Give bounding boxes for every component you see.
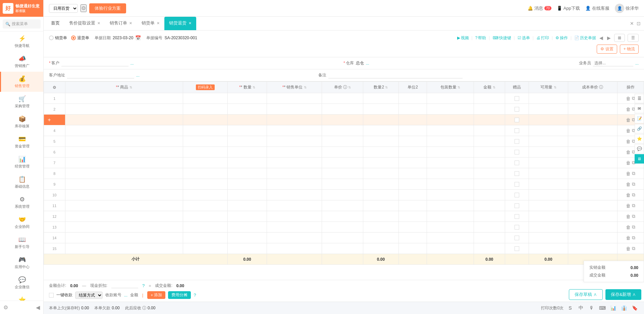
right-panel-btn-2[interactable]: ✉ xyxy=(635,104,644,113)
th-product[interactable]: * 商品 ⇅ xyxy=(65,82,183,93)
settings-bottom-button[interactable]: ⚙ xyxy=(3,304,8,311)
remark-input[interactable] xyxy=(328,72,463,78)
gift-checkbox-8[interactable] xyxy=(515,171,519,176)
tab-home[interactable]: 首页 xyxy=(46,17,64,30)
th-quantity[interactable]: * 数量 ⇅ xyxy=(227,82,267,93)
row-3-gift[interactable] xyxy=(505,115,529,125)
copy-row-11[interactable]: ⧉ xyxy=(632,203,635,208)
row-3-cost-price[interactable] xyxy=(568,115,617,125)
radio-sales-slip[interactable]: 销货单 xyxy=(49,35,67,41)
next-record-button[interactable]: ▶ xyxy=(606,35,611,41)
trial-button[interactable]: 体验行业方案 xyxy=(89,3,126,13)
delete-row-4[interactable]: 🗑 xyxy=(626,128,631,133)
close-window-button[interactable]: ✕ xyxy=(629,20,635,27)
th-qty2[interactable]: 数量2 ⇅ xyxy=(363,82,398,93)
delete-row-8[interactable]: 🗑 xyxy=(626,171,631,176)
save-new-button[interactable]: 保存&新增 ∧ xyxy=(605,289,641,300)
collapse-button[interactable]: ◀ xyxy=(36,304,40,311)
sidebar-item-business[interactable]: 📊 经营管理 xyxy=(0,152,43,172)
address-input[interactable] xyxy=(67,72,134,78)
date-picker-button[interactable]: 📅 xyxy=(135,35,141,41)
action-shortcuts[interactable]: ⌨ 快捷键 xyxy=(493,35,511,41)
row-3-quantity[interactable] xyxy=(227,115,267,125)
delete-row-14[interactable]: 🗑 xyxy=(626,235,631,241)
action-history[interactable]: 📄 历史单据 xyxy=(574,35,596,41)
account-dots[interactable]: ... xyxy=(124,293,127,298)
add-row-button[interactable]: + xyxy=(46,117,53,123)
row-2-unit2[interactable] xyxy=(399,104,427,115)
row-2-available[interactable] xyxy=(529,104,568,115)
row-2-gift[interactable] xyxy=(505,104,529,115)
user-menu[interactable]: 👤 徐泽华 xyxy=(615,4,639,13)
grid-view-button[interactable]: ⊞ xyxy=(614,34,625,42)
action-video[interactable]: ▶ 视频 xyxy=(457,35,469,41)
right-panel-btn-3[interactable]: 📝 xyxy=(635,114,644,123)
topbar-settings-button[interactable]: ⚙ xyxy=(80,4,87,12)
th-package-qty[interactable]: 包装数量 ⇅ xyxy=(427,82,474,93)
row-1-available[interactable] xyxy=(529,93,568,104)
th-amount[interactable]: 金额 ⇅ xyxy=(474,82,505,93)
gift-checkbox-10[interactable] xyxy=(515,193,519,197)
radio-return-slip[interactable]: 退货单 xyxy=(71,35,89,41)
delete-row-5[interactable]: 🗑 xyxy=(626,138,631,144)
gift-checkbox-11[interactable] xyxy=(515,203,519,208)
delete-row-13[interactable]: 🗑 xyxy=(626,224,631,230)
customer-input[interactable] xyxy=(61,60,128,66)
sidebar-item-finance[interactable]: 💳 资金管理 xyxy=(0,132,43,152)
row-3-unit2[interactable] xyxy=(399,115,427,125)
sidebar-item-purchase[interactable]: 🛒 采购管理 xyxy=(0,92,43,112)
row-1-unit2[interactable] xyxy=(399,93,427,104)
delete-row-9[interactable]: 🗑 xyxy=(626,181,631,187)
row-2-unit[interactable] xyxy=(267,104,322,115)
delete-row-2-button[interactable]: 🗑 xyxy=(626,106,631,112)
copy-row-13[interactable]: ⧉ xyxy=(632,224,635,230)
delete-row-12[interactable]: 🗑 xyxy=(626,213,631,219)
gift-checkbox-12[interactable] xyxy=(515,214,519,219)
row-2-quantity[interactable] xyxy=(227,104,267,115)
row-1-gift[interactable] xyxy=(505,93,529,104)
row-1-product[interactable] xyxy=(65,93,183,104)
delete-row-10[interactable]: 🗑 xyxy=(626,192,631,198)
search-menu-button[interactable]: 🔍 搜索菜单 xyxy=(3,19,41,28)
split-help-button[interactable]: ? xyxy=(194,293,196,298)
prev-record-button[interactable]: ◀ xyxy=(599,35,604,41)
row-1-pkg-qty[interactable] xyxy=(427,93,474,104)
copy-row-10[interactable]: ⧉ xyxy=(632,192,635,198)
th-available[interactable]: 可用量 ⇅ xyxy=(529,82,568,93)
settle-method-select[interactable]: 结算方式 xyxy=(75,292,103,299)
tool-icon-4[interactable]: ⌨ xyxy=(598,304,606,312)
copy-row-12[interactable]: ⧉ xyxy=(632,213,635,219)
gift-checkbox-9[interactable] xyxy=(515,182,519,187)
row-2-product[interactable] xyxy=(65,104,183,115)
row-2-pkg-qty[interactable] xyxy=(427,104,474,115)
row-1-unit[interactable] xyxy=(267,93,322,104)
barcode-btn[interactable]: 扫码录入 xyxy=(196,84,215,90)
gift-checkbox-1[interactable] xyxy=(515,96,519,101)
save-draft-button[interactable]: 保存草稿 ∧ xyxy=(569,289,603,300)
sidebar-item-basics[interactable]: 📋 基础信息 xyxy=(0,172,43,192)
tool-icon-2[interactable]: 中 xyxy=(577,304,585,312)
list-view-button[interactable]: ☰ xyxy=(628,34,639,42)
row-1-quantity[interactable] xyxy=(227,93,267,104)
right-panel-btn-7-active[interactable]: 🖥 xyxy=(635,154,644,164)
add-payment-button[interactable]: + 添加 xyxy=(147,291,165,299)
sidebar-item-vip[interactable]: ⭐ 畅会员 xyxy=(0,293,43,301)
row-3-pkg-qty[interactable] xyxy=(427,115,474,125)
action-operation[interactable]: ⚙ 操作 xyxy=(555,35,568,41)
row-3-amount[interactable] xyxy=(474,115,505,125)
split-btn[interactable]: 费用分摊 xyxy=(168,291,191,299)
staff-dots[interactable]: ... xyxy=(635,61,639,66)
row-3-qty2[interactable] xyxy=(363,115,398,125)
row-2-qty2[interactable] xyxy=(363,104,398,115)
delete-row-6[interactable]: 🗑 xyxy=(626,149,631,155)
row-1-qty2[interactable] xyxy=(363,93,398,104)
row-2-cost-price[interactable] xyxy=(568,104,617,115)
gift-checkbox-6[interactable] xyxy=(515,150,519,154)
copy-row-15[interactable]: ⧉ xyxy=(632,246,635,251)
tool-icon-5[interactable]: 📊 xyxy=(609,304,617,312)
row-3-price[interactable] xyxy=(322,115,363,125)
tool-icon-6[interactable]: 👔 xyxy=(620,304,628,312)
sidebar-item-guide[interactable]: 📖 新手引导 xyxy=(0,233,43,253)
gift-checkbox-7[interactable] xyxy=(515,161,519,165)
sidebar-item-apps[interactable]: 🎮 应用中心 xyxy=(0,253,43,273)
